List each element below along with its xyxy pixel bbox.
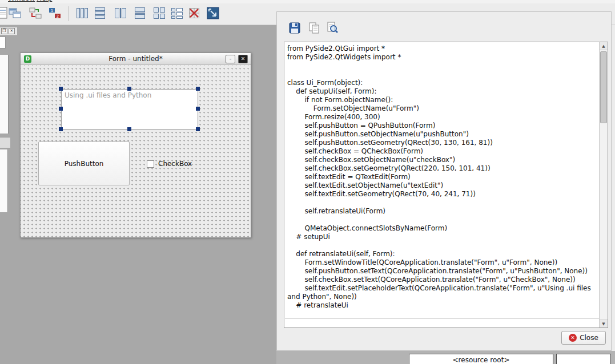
checkbox-label: CheckBox [158,160,192,168]
code-line: QMetaObject.connectSlotsByName(Form) [287,224,598,233]
code-view: from PySide2.QtGui import *from PySide2.… [284,42,608,328]
toolbar-separator [69,6,69,21]
code-line: # retranslateUi [287,301,598,310]
save-icon[interactable] [288,21,302,35]
widgetbox-list-fragment [0,55,9,134]
code-line: def retranslateUi(self, Form): [287,250,598,258]
widgetbox-list-fragment-2 [0,149,8,212]
edit-widgets-icon[interactable] [8,6,22,20]
form-editor-window: D Form - untitled* - ✕ Using .ui files a… [20,52,251,238]
textedit-placeholder: Using .ui files and Python [65,91,151,99]
close-button[interactable]: ✕ Close [561,331,606,345]
code-line: self.textEdit.setObjectName(u"textEdit") [287,181,598,190]
code-line: # setupUi [287,233,598,241]
menu-window[interactable]: Window [8,0,35,2]
close-icon: ✕ [569,334,577,342]
selection-handle[interactable] [59,107,63,111]
layout-form-icon[interactable] [170,6,184,20]
selection-handle[interactable] [196,127,200,131]
minimize-button[interactable]: - [226,55,235,63]
code-line: self.pushButton.setGeometry(QRect(30, 13… [287,139,598,147]
code-view-divider [285,318,599,319]
code-preview-dialog: from PySide2.QtGui import *from PySide2.… [276,11,612,351]
code-line: self.checkBox.setObjectName(u"checkBox") [287,156,598,164]
layout-vertical-icon[interactable] [93,6,107,20]
layout-horizontal-splitter-icon[interactable] [114,6,127,20]
code-line: self.textEdit.setPlaceholderText(QCoreAp… [287,284,598,293]
find-icon[interactable] [325,21,339,35]
edit-signals-slots-icon[interactable] [29,6,42,20]
dock-close-icon[interactable]: ✕ [9,28,15,34]
copy-icon[interactable] [307,21,321,35]
code-line: self.pushButton.setObjectName(u"pushButt… [287,130,598,139]
selection-handle[interactable] [127,127,131,131]
code-line: from PySide2.QtGui import * [287,45,598,53]
widgetbox-filter-input-fragment[interactable] [0,37,6,48]
code-text[interactable]: from PySide2.QtGui import *from PySide2.… [284,42,599,318]
edit-tab-order-icon[interactable]: 12 [48,6,62,20]
code-line [287,70,598,79]
resource-root-item[interactable]: <resource root> [409,354,553,364]
dock-titlebar-fragment: ❐ ✕ [0,27,17,35]
selection-handle[interactable] [196,87,200,91]
close-window-button[interactable]: ✕ [238,55,248,63]
widgetbox-category-fragment[interactable] [0,137,10,148]
scroll-down-icon[interactable]: ▼ [600,319,608,327]
checkbox-indicator[interactable] [147,160,154,168]
break-layout-icon[interactable] [187,6,201,20]
layout-vertical-splitter-icon[interactable] [133,6,147,20]
mdi-area: ❐ ✕ D Form - untitled* - ✕ Using .ui fil… [0,25,276,364]
vertical-scrollbar[interactable]: ▲ ▼ [599,42,608,327]
code-line: Form.setWindowTitle(QCoreApplication.tra… [287,258,598,267]
code-line [287,241,598,250]
resource-panel-box[interactable] [556,354,611,364]
layout-grid-icon[interactable] [152,6,166,20]
code-line [287,199,598,207]
scroll-up-icon[interactable]: ▲ [600,42,608,50]
code-line: self.retranslateUi(Form) [287,207,598,216]
resource-panel-fragment: <resource root> [276,351,615,364]
code-line: self.checkBox.setGeometry(QRect(220, 150… [287,164,598,173]
selection-handle[interactable] [196,107,200,111]
svg-text:2: 2 [57,14,59,19]
code-line: if not Form.objectName(): [287,96,598,104]
selection-handle[interactable] [59,87,63,91]
code-line: self.checkBox.setText(QCoreApplication.t… [287,276,598,284]
form-canvas[interactable]: Using .ui files and Python PushButton Ch… [21,65,251,237]
checkbox-widget[interactable]: CheckBox [147,160,192,168]
scrollbar-thumb[interactable] [600,51,607,123]
code-line: self.checkBox = QCheckBox(Form) [287,147,598,156]
code-line: self.textEdit.setGeometry(QRect(70, 40, … [287,190,598,199]
form-window-title: Form - untitled* [21,55,251,63]
code-line: and Python", None)) [287,293,598,301]
code-line [287,62,598,70]
svg-text:1: 1 [51,9,53,13]
layout-horizontal-icon[interactable] [75,6,89,20]
code-line: def setupUi(self, Form): [287,87,598,96]
code-line: Form.resize(400, 300) [287,113,598,122]
code-line: self.pushButton = QPushButton(Form) [287,122,598,130]
dock-float-icon[interactable]: ❐ [1,28,7,34]
menu-help[interactable]: Help [37,0,52,2]
code-line: self.textEdit = QTextEdit(Form) [287,173,598,181]
code-line: Form.setObjectName(u"Form") [287,104,598,113]
selection-handle[interactable] [59,127,63,131]
qt-designer-screen: Window Help 12 [0,0,615,364]
selection-handle[interactable] [127,87,131,91]
pushbutton-widget[interactable]: PushButton [38,141,130,185]
code-line [287,216,598,224]
code-line: class Ui_Form(object): [287,79,598,87]
close-button-label: Close [580,334,598,342]
code-line: self.pushButton.setText(QCoreApplication… [287,267,598,276]
adjust-size-icon[interactable] [206,6,220,20]
textedit-widget[interactable]: Using .ui files and Python [61,89,198,130]
code-line: from PySide2.QtWidgets import * [287,53,598,62]
form-window-titlebar[interactable]: D Form - untitled* - ✕ [21,53,251,65]
